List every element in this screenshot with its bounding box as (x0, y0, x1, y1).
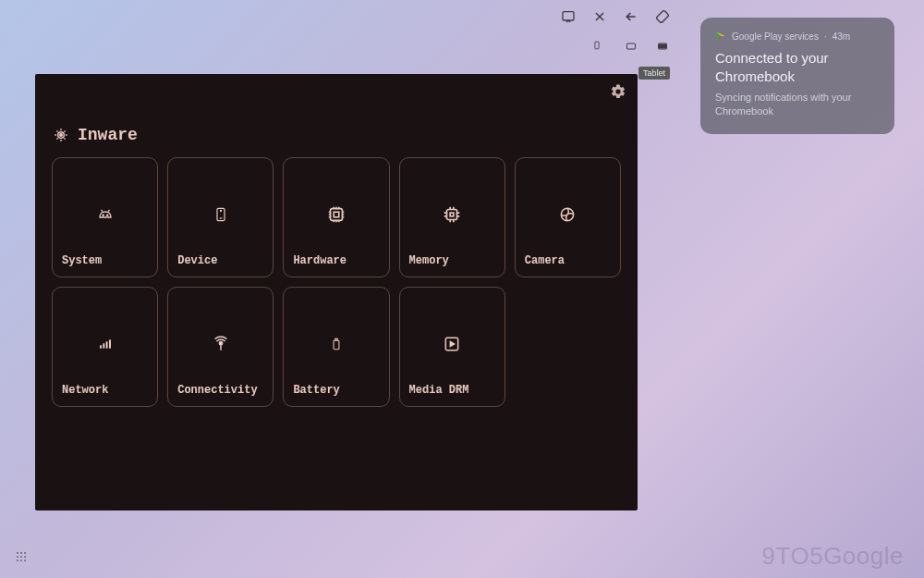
notification-time: 43m (833, 31, 850, 42)
phone-icon[interactable] (592, 39, 607, 50)
tablet-landscape-icon[interactable] (624, 39, 638, 50)
inware-logo-icon (52, 126, 70, 144)
svg-point-8 (103, 215, 103, 215)
svg-rect-5 (660, 44, 666, 48)
svg-point-28 (17, 556, 18, 558)
card-label: System (62, 254, 102, 267)
card-label: Memory (409, 254, 449, 267)
card-camera[interactable]: Camera (515, 157, 621, 277)
card-battery[interactable]: Battery (283, 287, 389, 407)
category-grid: System Device Hardware Memory Camera (52, 157, 621, 407)
svg-rect-1 (656, 10, 669, 23)
svg-point-29 (20, 556, 22, 558)
settings-button[interactable] (610, 83, 626, 100)
device-mode-row (592, 39, 670, 50)
camera-icon (557, 204, 578, 225)
svg-point-33 (24, 560, 26, 561)
svg-rect-14 (447, 210, 457, 220)
card-device[interactable]: Device (167, 157, 274, 277)
card-memory[interactable]: Memory (399, 157, 505, 277)
notification-title: Connected to your Chromebook (715, 49, 880, 85)
svg-rect-12 (331, 209, 343, 221)
watermark: 9TO5Google (762, 542, 904, 571)
svg-rect-17 (100, 345, 102, 348)
apps-grid-button[interactable] (15, 550, 28, 563)
network-icon (95, 334, 116, 354)
connectivity-icon (211, 334, 231, 354)
mediadrm-icon (442, 334, 462, 354)
battery-icon (326, 334, 346, 354)
card-system[interactable]: System (52, 157, 158, 277)
svg-rect-13 (334, 212, 339, 217)
card-label: Device (177, 254, 217, 267)
card-label: Hardware (293, 254, 346, 267)
card-label: Camera (525, 254, 565, 267)
notification-header: Google Play services · 43m (715, 31, 880, 42)
card-label: Connectivity (177, 384, 257, 397)
svg-rect-23 (335, 338, 337, 340)
svg-rect-15 (450, 213, 454, 216)
svg-point-11 (220, 210, 221, 211)
notification-card[interactable]: Google Play services · 43m Connected to … (700, 18, 894, 134)
app-title-text: Inware (78, 126, 138, 144)
message-icon[interactable] (561, 9, 576, 24)
svg-point-25 (17, 552, 18, 554)
card-label: Battery (293, 384, 339, 397)
notification-body: Syncing notifications with your Chromebo… (715, 91, 880, 119)
svg-rect-0 (563, 12, 574, 20)
svg-point-31 (17, 560, 18, 561)
play-services-icon (715, 31, 726, 42)
svg-point-32 (20, 560, 22, 561)
svg-point-7 (60, 134, 63, 137)
memory-icon (442, 204, 462, 225)
svg-rect-22 (334, 340, 339, 350)
svg-rect-2 (595, 42, 599, 49)
card-label: Network (62, 384, 108, 397)
svg-point-26 (20, 552, 22, 554)
svg-rect-3 (627, 43, 636, 49)
svg-point-21 (219, 342, 222, 345)
hardware-icon (326, 204, 346, 225)
card-hardware[interactable]: Hardware (283, 157, 389, 277)
card-network[interactable]: Network (52, 287, 158, 407)
svg-rect-20 (109, 339, 111, 348)
device-tooltip: Tablet (638, 67, 670, 80)
app-title: Inware (52, 126, 626, 144)
svg-rect-19 (105, 341, 107, 348)
svg-rect-18 (103, 343, 104, 348)
tablet-icon-active[interactable] (655, 39, 670, 50)
close-icon[interactable] (592, 9, 607, 24)
window-toolbar (561, 9, 670, 24)
card-connectivity[interactable]: Connectivity (167, 287, 274, 407)
svg-point-30 (24, 556, 26, 558)
inware-app-window: Inware System Device Hardware Memory (35, 74, 638, 510)
svg-point-9 (106, 215, 107, 215)
android-icon (95, 204, 116, 225)
rotate-icon[interactable] (655, 9, 670, 24)
svg-point-27 (24, 552, 26, 554)
notification-app-name: Google Play services (732, 31, 819, 42)
back-icon[interactable] (624, 9, 638, 24)
card-mediadrm[interactable]: Media DRM (399, 287, 505, 407)
device-icon (211, 204, 231, 225)
card-label: Media DRM (409, 384, 469, 397)
